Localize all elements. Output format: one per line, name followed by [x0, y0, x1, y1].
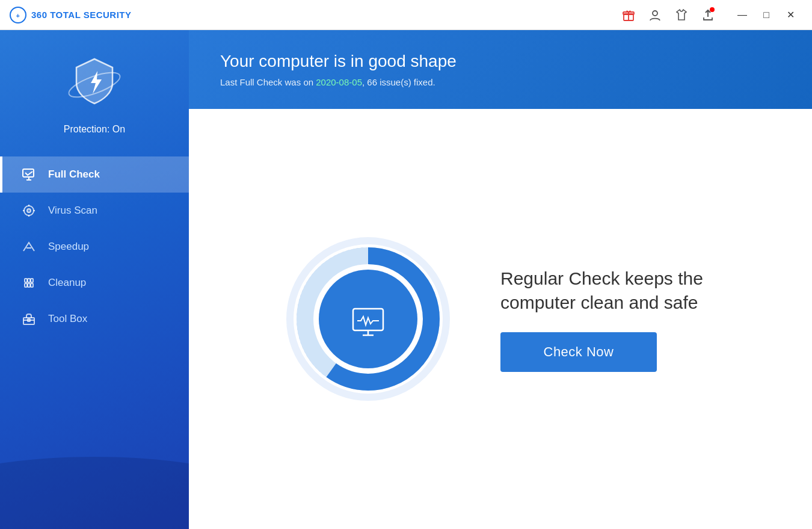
- subtitle-prefix: Last Full Check was on: [220, 77, 316, 87]
- gift-button[interactable]: [620, 6, 638, 24]
- user-button[interactable]: [646, 6, 664, 24]
- sidebar-logo: Protection: On: [64, 52, 125, 135]
- svg-rect-7: [23, 169, 34, 177]
- upload-button[interactable]: [699, 6, 717, 24]
- donut-svg: [284, 235, 452, 403]
- last-check-date: 2020-08-05: [316, 77, 362, 87]
- shield-logo-icon: [64, 52, 125, 112]
- content-header: Your computer is in good shape Last Full…: [189, 30, 812, 109]
- subtitle-suffix: , 66 issue(s) fixed.: [362, 77, 435, 87]
- check-now-button[interactable]: Check Now: [500, 332, 657, 372]
- title-bar: + 360 TOTAL SECURITY: [0, 0, 812, 30]
- sidebar-item-cleanup[interactable]: Cleanup: [0, 265, 189, 301]
- sidebar-cleanup-label: Cleanup: [48, 277, 86, 289]
- full-check-icon: [22, 167, 36, 182]
- user-icon: [648, 8, 662, 22]
- gift-icon: [622, 8, 635, 22]
- svg-rect-22: [31, 283, 33, 287]
- svg-point-15: [27, 209, 31, 212]
- sidebar-item-speedup[interactable]: Speedup: [0, 229, 189, 265]
- content-area: Your computer is in good shape Last Full…: [189, 30, 812, 529]
- close-button[interactable]: ✕: [778, 4, 802, 26]
- virus-scan-icon: [22, 203, 36, 218]
- titlebar-right: — □ ✕: [620, 4, 802, 26]
- sidebar-nav: Full Check Virus Scan: [0, 156, 189, 337]
- toolbox-icon: [22, 312, 36, 326]
- minimize-button[interactable]: —: [730, 4, 754, 26]
- sidebar-speedup-label: Speedup: [48, 241, 89, 253]
- svg-rect-19: [31, 279, 33, 282]
- shirt-icon: [675, 8, 688, 22]
- svg-rect-17: [25, 279, 27, 282]
- protection-label: Protection: On: [64, 124, 125, 135]
- sidebar-item-full-check[interactable]: Full Check: [0, 156, 189, 193]
- svg-text:+: +: [16, 12, 20, 19]
- shirt-button[interactable]: [672, 6, 691, 24]
- svg-rect-21: [28, 283, 30, 287]
- speedup-icon: [22, 240, 36, 254]
- content-right: Regular Check keeps the computer clean a…: [500, 267, 717, 372]
- sidebar-full-check-label: Full Check: [48, 169, 100, 181]
- sidebar-item-toolbox[interactable]: Tool Box: [0, 301, 189, 337]
- maximize-button[interactable]: □: [754, 4, 778, 26]
- svg-rect-20: [25, 283, 27, 287]
- sidebar: Protection: On Full Check: [0, 30, 189, 529]
- donut-chart: [284, 235, 452, 403]
- status-subtitle: Last Full Check was on 2020-08-05, 66 is…: [220, 77, 781, 87]
- window-controls: — □ ✕: [730, 4, 802, 26]
- app-title: + 360 TOTAL SECURITY: [10, 7, 132, 23]
- main-layout: Protection: On Full Check: [0, 30, 812, 529]
- app-logo-icon: +: [10, 7, 26, 23]
- sidebar-virus-scan-label: Virus Scan: [48, 205, 97, 217]
- sidebar-item-virus-scan[interactable]: Virus Scan: [0, 193, 189, 229]
- upload-icon: [701, 8, 715, 22]
- sidebar-toolbox-label: Tool Box: [48, 313, 87, 325]
- content-body: Regular Check keeps the computer clean a…: [189, 109, 812, 529]
- status-title: Your computer is in good shape: [220, 52, 781, 71]
- cleanup-icon: [22, 276, 36, 290]
- tagline-text: Regular Check keeps the computer clean a…: [500, 267, 717, 315]
- svg-point-5: [653, 11, 657, 16]
- svg-rect-18: [28, 279, 30, 282]
